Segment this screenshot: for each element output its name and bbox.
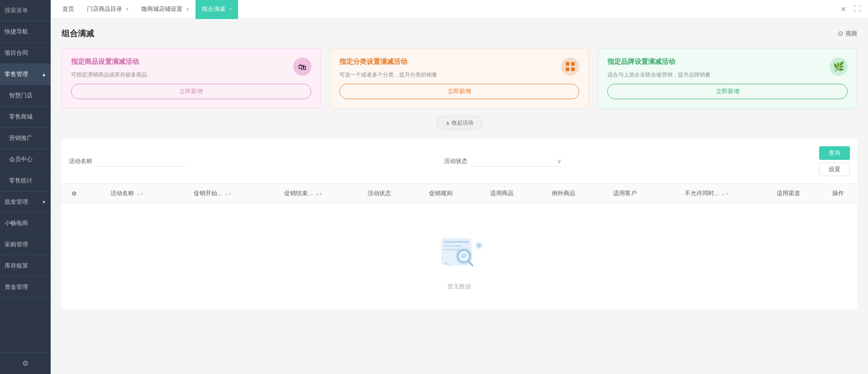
- col-no-concurrent[interactable]: 不允许同时... ▲▼: [656, 184, 758, 203]
- sidebar-item-label: 会员中心: [9, 155, 33, 163]
- filter-activity-status-group: 活动状态 ∨: [444, 156, 810, 167]
- brand-discount-add-button[interactable]: 立即新增: [607, 84, 848, 99]
- sidebar-item-label: 库存核算: [5, 262, 28, 270]
- card-category-title: 指定分类设置满减活动: [339, 58, 580, 66]
- sidebar-item-retail-mall[interactable]: 零售商城: [0, 106, 51, 128]
- col-activity-status-label: 活动状态: [367, 190, 391, 197]
- sidebar-item-purchase[interactable]: 采购管理: [0, 234, 51, 255]
- empty-row: 暂无数据: [62, 203, 857, 309]
- sidebar-item-label: 项目合同: [5, 49, 28, 57]
- play-circle-icon: ⊙: [838, 29, 844, 38]
- col-promo-end[interactable]: 促销结束... ▲▼: [258, 184, 348, 203]
- col-applicable-customer-label: 适用客户: [613, 190, 637, 197]
- filter-activity-name-group: 活动名称: [69, 156, 435, 167]
- card-category-discount: 指定分类设置满减活动 可选一个或者多个分类，提升分类的销量 立即新增: [330, 48, 589, 109]
- page-title: 组合满减: [62, 28, 94, 39]
- card-brand-icon: 🌿: [830, 58, 848, 79]
- empty-state: 暂无数据: [62, 203, 857, 309]
- col-applicable-customer: 适用客户: [594, 184, 656, 203]
- sidebar-item-smart-store[interactable]: 智慧门店: [0, 85, 51, 106]
- card-brand-desc: 适合与上游企业联合做营销，提升品牌销量: [607, 71, 848, 79]
- col-settings[interactable]: ⚙: [62, 184, 87, 203]
- card-brand-title: 指定品牌设置满减活动: [607, 58, 848, 66]
- card-category-icon: [561, 58, 579, 79]
- activity-cards: 指定商品设置满减活动 可指定滞销商品或库存较多商品 🛍 立即新增 指定分类设置满…: [62, 48, 857, 109]
- col-exception-goods: 例外商品: [533, 184, 594, 203]
- tab-store-catalog[interactable]: 门店商品目录 ×: [81, 0, 135, 19]
- sidebar-item-label: 采购管理: [5, 240, 28, 249]
- svg-text:🌿: 🌿: [833, 61, 844, 72]
- svg-point-21: [444, 263, 447, 265]
- activity-name-input[interactable]: [96, 156, 186, 167]
- sidebar-item-label: 快捷导航: [5, 28, 28, 36]
- svg-point-2: [561, 58, 579, 76]
- svg-point-22: [449, 265, 451, 267]
- sidebar-item-retail-stats[interactable]: 零售统计: [0, 170, 51, 192]
- table-wrapper: ⚙ 活动名称 ▲▼ 促销开始... ▲▼ 促销结束... ▲▼: [62, 183, 857, 309]
- sidebar-item-wholesale[interactable]: 批发管理 ▼: [0, 192, 51, 213]
- sidebar-search[interactable]: 搜索菜单: [0, 0, 51, 21]
- col-applicable-channel: 适用渠道: [758, 184, 820, 203]
- col-activity-status: 活动状态: [348, 184, 410, 203]
- sort-icon: ▲▼: [315, 192, 323, 196]
- activity-status-select[interactable]: ∨: [471, 156, 562, 167]
- card-product-desc: 可指定滞销商品或库存较多商品: [71, 71, 311, 79]
- query-button[interactable]: 查询: [819, 146, 850, 160]
- col-exception-goods-label: 例外商品: [552, 190, 575, 197]
- sidebar-item-label: 零售统计: [9, 177, 33, 185]
- col-activity-name[interactable]: 活动名称 ▲▼: [87, 184, 167, 203]
- sidebar-item-marketing[interactable]: 营销推广: [0, 128, 51, 149]
- svg-rect-3: [566, 62, 569, 66]
- sort-icon: ▲▼: [721, 192, 729, 196]
- category-discount-add-button[interactable]: 立即新增: [339, 84, 580, 99]
- sidebar-item-fund[interactable]: 资金管理: [0, 277, 51, 298]
- chevron-up-icon: ∧: [446, 120, 450, 126]
- search-label: 搜索菜单: [5, 7, 28, 14]
- svg-rect-6: [571, 67, 575, 71]
- close-combo-discount-icon[interactable]: ×: [229, 6, 232, 12]
- svg-text:🛍: 🛍: [298, 62, 306, 72]
- tab-combo-discount[interactable]: 组合满减 ×: [196, 0, 238, 19]
- svg-rect-10: [444, 241, 469, 243]
- empty-text: 暂无数据: [71, 283, 848, 291]
- col-action: 操作: [819, 184, 857, 203]
- product-discount-add-button[interactable]: 立即新增: [71, 84, 311, 99]
- col-promo-start-label: 促销开始...: [194, 190, 222, 197]
- card-product-icon: 🛍: [293, 58, 311, 79]
- sidebar-item-xiaochang[interactable]: 小畅电商: [0, 213, 51, 234]
- tab-actions: ✕ ⛶: [839, 5, 863, 14]
- sidebar-item-quick-nav[interactable]: 快捷导航: [0, 21, 51, 43]
- sidebar-item-retail-management[interactable]: 零售管理 ▲: [0, 64, 51, 85]
- col-activity-name-label: 活动名称: [110, 190, 134, 197]
- video-label: 视频: [845, 29, 857, 38]
- close-mini-store-icon[interactable]: ×: [186, 6, 189, 12]
- col-promo-rule: 促销规则: [410, 184, 472, 203]
- gear-th-icon: ⚙: [72, 190, 77, 197]
- col-no-concurrent-label: 不允许同时...: [685, 190, 719, 197]
- sidebar-item-inventory[interactable]: 库存核算: [0, 255, 51, 277]
- sort-icon: ▲▼: [225, 192, 232, 196]
- tab-combo-discount-label: 组合满减: [202, 5, 225, 13]
- collapse-bar: ∧ 收起活动: [62, 116, 857, 130]
- chevron-up-icon: ▲: [42, 72, 46, 77]
- collapse-button[interactable]: ∧ 收起活动: [436, 116, 483, 130]
- col-promo-rule-label: 促销规则: [429, 190, 453, 197]
- page-content: 组合满减 ⊙ 视频 指定商品设置满减活动 可指定滞销商品或库存较多商品 🛍 立即…: [51, 19, 868, 374]
- close-store-catalog-icon[interactable]: ×: [126, 6, 129, 12]
- sidebar-item-project-contract[interactable]: 项目合同: [0, 43, 51, 64]
- sidebar-item-member-center[interactable]: 会员中心: [0, 149, 51, 170]
- settings-button[interactable]: 设置: [819, 163, 850, 176]
- card-brand-discount: 指定品牌设置满减活动 适合与上游企业联合做营销，提升品牌销量 🌿 立即新增: [598, 48, 857, 109]
- close-window-icon[interactable]: ✕: [839, 5, 848, 14]
- activity-name-label: 活动名称: [69, 157, 92, 165]
- tab-mini-store[interactable]: 微商城店铺设置 ×: [135, 0, 195, 19]
- svg-rect-5: [566, 67, 569, 71]
- tab-home[interactable]: 首页: [56, 0, 81, 19]
- col-applicable-goods: 适用商品: [472, 184, 533, 203]
- sidebar-item-label: 资金管理: [5, 283, 28, 291]
- gear-icon[interactable]: ⚙: [22, 359, 29, 368]
- col-promo-start[interactable]: 促销开始... ▲▼: [167, 184, 258, 203]
- maximize-window-icon[interactable]: ⛶: [852, 5, 863, 14]
- video-link[interactable]: ⊙ 视频: [838, 29, 857, 38]
- page-header: 组合满减 ⊙ 视频: [62, 28, 857, 39]
